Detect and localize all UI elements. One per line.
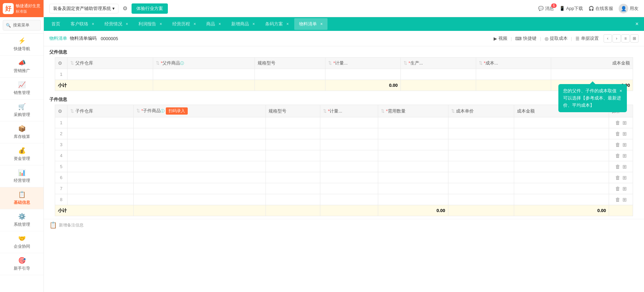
- sidebar-item-inventory[interactable]: 📦 库存核算: [0, 121, 44, 143]
- parent-product-1[interactable]: [153, 69, 255, 80]
- breadcrumb-item1[interactable]: 物料清单: [49, 35, 67, 42]
- child-spec-5[interactable]: [265, 161, 320, 172]
- delete-icon[interactable]: 🗑: [615, 120, 620, 126]
- child-unit-cost-8[interactable]: [448, 194, 514, 205]
- sidebar-item-basic-info[interactable]: 📋 基础信息: [0, 187, 44, 209]
- close-all-tabs[interactable]: ×: [633, 21, 641, 27]
- system-selector[interactable]: 装备及固定资产辅助管理系统 ▾: [49, 4, 119, 13]
- close-tab-history[interactable]: ×: [194, 22, 196, 26]
- child-product-4[interactable]: [133, 150, 265, 161]
- tab-profit[interactable]: 利润报告 ×: [134, 18, 167, 30]
- child-unit-6[interactable]: [320, 172, 378, 183]
- child-unit-cost-3[interactable]: [448, 139, 514, 150]
- delete-icon[interactable]: 🗑: [615, 142, 620, 148]
- parent-cost-1[interactable]: [476, 69, 551, 80]
- child-qty-5[interactable]: [378, 161, 448, 172]
- online-service-button[interactable]: 🎧 在线客服: [589, 5, 613, 12]
- child-qty-7[interactable]: [378, 183, 448, 194]
- search-menu-button[interactable]: 🔍 搜索菜单: [3, 20, 41, 31]
- child-spec-8[interactable]: [265, 194, 320, 205]
- copy-icon[interactable]: ⊞: [622, 197, 627, 203]
- tab-business-status[interactable]: 经营情况 ×: [100, 18, 133, 30]
- parent-production-1[interactable]: [400, 69, 476, 80]
- child-unit-cost-5[interactable]: [448, 161, 514, 172]
- child-qty-3[interactable]: [378, 139, 448, 150]
- sidebar-item-marketing[interactable]: 📣 营销推广: [0, 56, 44, 78]
- delete-icon[interactable]: 🗑: [615, 175, 620, 181]
- prev-page-button[interactable]: ‹: [604, 34, 612, 43]
- child-unit-1[interactable]: [320, 117, 378, 128]
- delete-icon[interactable]: 🗑: [615, 153, 620, 159]
- parent-warehouse-1[interactable]: [67, 69, 153, 80]
- user-menu[interactable]: 👤 用友: [619, 4, 639, 13]
- close-tab-bom[interactable]: ×: [320, 22, 323, 26]
- delete-icon[interactable]: 🗑: [615, 131, 620, 137]
- child-qty-6[interactable]: [378, 172, 448, 183]
- child-spec-7[interactable]: [265, 183, 320, 194]
- delete-icon[interactable]: 🗑: [615, 164, 620, 170]
- scan-input-button[interactable]: 扫码录入: [166, 107, 188, 115]
- child-unit-4[interactable]: [320, 150, 378, 161]
- child-unit-3[interactable]: [320, 139, 378, 150]
- child-unit-cost-6[interactable]: [448, 172, 514, 183]
- sidebar-item-finance[interactable]: 💰 资金管理: [0, 143, 44, 165]
- child-warehouse-1[interactable]: [67, 117, 134, 128]
- child-unit-cost-7[interactable]: [448, 183, 514, 194]
- sidebar-item-quick-nav[interactable]: ⚡ 快捷导航: [0, 34, 44, 56]
- th-gear-parent[interactable]: ⚙: [55, 58, 67, 69]
- extract-cost-button[interactable]: ◎ 提取成本: [545, 35, 568, 42]
- tab-goods[interactable]: 商品 ×: [201, 18, 226, 30]
- shortcut-button[interactable]: ⌨ 快捷键: [515, 35, 536, 42]
- copy-icon[interactable]: ⊞: [622, 131, 627, 137]
- child-qty-4[interactable]: [378, 150, 448, 161]
- tab-bom[interactable]: 物料清单 ×: [294, 18, 327, 30]
- child-warehouse-6[interactable]: [67, 172, 134, 183]
- child-product-2[interactable]: [133, 128, 265, 139]
- tab-customer[interactable]: 客户联络 ×: [66, 18, 99, 30]
- grid-view-button[interactable]: ⊞: [630, 34, 639, 43]
- child-spec-2[interactable]: [265, 128, 320, 139]
- child-product-6[interactable]: [133, 172, 265, 183]
- sidebar-item-collab[interactable]: 🤝 企业协同: [0, 231, 44, 253]
- view-video-button[interactable]: ▶ 视频: [494, 35, 507, 42]
- parent-unit-1[interactable]: [325, 69, 401, 80]
- child-qty-2[interactable]: [378, 128, 448, 139]
- single-setting-button[interactable]: ☰ 单据设置: [575, 35, 599, 42]
- sidebar-item-operations[interactable]: 📊 经营管理: [0, 165, 44, 187]
- sidebar-item-purchase[interactable]: 🛒 采购管理: [0, 100, 44, 121]
- child-warehouse-3[interactable]: [67, 139, 134, 150]
- tab-new-goods[interactable]: 新增商品 ×: [226, 18, 260, 30]
- child-product-7[interactable]: [133, 183, 265, 194]
- child-unit-cost-4[interactable]: [448, 150, 514, 161]
- close-tab-customer[interactable]: ×: [92, 22, 94, 26]
- child-spec-4[interactable]: [265, 150, 320, 161]
- child-product-1[interactable]: [133, 117, 265, 128]
- sidebar-item-sales[interactable]: 📈 销售管理: [0, 78, 44, 100]
- settings-icon[interactable]: ⚙: [123, 5, 127, 12]
- child-spec-6[interactable]: [265, 172, 320, 183]
- child-product-3[interactable]: [133, 139, 265, 150]
- child-product-5[interactable]: [133, 161, 265, 172]
- close-tab-new-goods[interactable]: ×: [252, 22, 255, 26]
- parent-spec-1[interactable]: [255, 69, 325, 80]
- child-spec-1[interactable]: [265, 117, 320, 128]
- child-qty-1[interactable]: [378, 117, 448, 128]
- copy-icon[interactable]: ⊞: [622, 175, 627, 181]
- close-tab-goods[interactable]: ×: [219, 22, 221, 26]
- tooltip-close-button[interactable]: ×: [619, 87, 622, 95]
- child-warehouse-2[interactable]: [67, 128, 134, 139]
- tab-barcode[interactable]: 条码方案 ×: [260, 18, 294, 30]
- child-unit-cost-2[interactable]: [448, 128, 514, 139]
- copy-icon[interactable]: ⊞: [622, 120, 627, 126]
- copy-icon[interactable]: ⊞: [622, 186, 627, 192]
- delete-icon[interactable]: 🗑: [615, 197, 620, 203]
- child-qty-8[interactable]: [378, 194, 448, 205]
- child-unit-cost-1[interactable]: [448, 117, 514, 128]
- child-spec-3[interactable]: [265, 139, 320, 150]
- child-warehouse-4[interactable]: [67, 150, 134, 161]
- close-tab-business[interactable]: ×: [126, 22, 128, 26]
- sidebar-item-system[interactable]: ⚙️ 系统管理: [0, 209, 44, 231]
- child-unit-8[interactable]: [320, 194, 378, 205]
- message-button[interactable]: 💬 消息 6: [538, 5, 554, 12]
- trial-button[interactable]: 体验行业方案: [132, 3, 168, 14]
